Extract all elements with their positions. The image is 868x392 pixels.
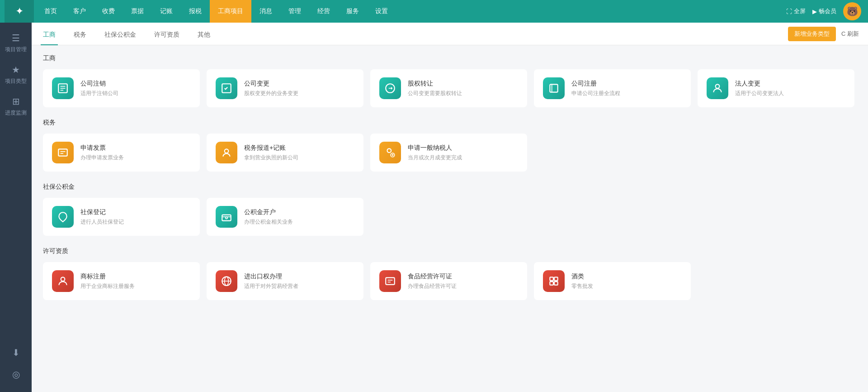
food-license-desc: 办理食品经营许可证	[408, 282, 518, 290]
apply-taxpayer-desc: 当月或次月成变更完成	[408, 154, 518, 162]
company-register-icon	[543, 77, 565, 99]
equity-transfer-icon	[379, 77, 401, 99]
social-insurance-title: 社保登记	[80, 208, 191, 216]
svg-point-18	[61, 277, 65, 281]
equity-transfer-desc: 公司变更需要股权转让	[408, 90, 518, 97]
company-register-title: 公司注册	[571, 80, 682, 88]
add-business-type-button[interactable]: 新增业务类型	[788, 27, 836, 41]
tab-gongshang[interactable]: 工商	[41, 31, 58, 45]
sidebar-item-project-manage[interactable]: ☰ 项目管理	[0, 27, 32, 59]
user-avatar[interactable]: 🐻	[843, 2, 861, 20]
card-legal-change[interactable]: 法人变更 适用于公司变更法人	[698, 69, 854, 107]
settings-icon: ◎	[12, 369, 20, 380]
company-cancel-desc: 适用于注销公司	[80, 90, 191, 97]
trademark-info: 商标注册 用于企业商标注册服务	[80, 272, 191, 290]
nav-ticket[interactable]: 票据	[123, 0, 152, 23]
tax-bookkeep-info: 税务报道+记账 拿到营业执照的新公司	[244, 144, 354, 162]
project-manage-icon: ☰	[12, 33, 20, 43]
content-area: 工商 税务 社保公积金 许可资质 其他 新增业务类型 C 刷新 工商	[32, 23, 868, 392]
apply-invoice-desc: 办理申请发票业务	[80, 154, 191, 162]
apply-invoice-info: 申请发票 办理申请发票业务	[80, 144, 191, 162]
legal-change-info: 法人变更 适用于公司变更法人	[735, 80, 845, 97]
tab-bar: 工商 税务 社保公积金 许可资质 其他 新增业务类型 C 刷新	[32, 23, 868, 45]
card-housing-fund[interactable]: 公积金开户 办理公积金相关业务	[207, 198, 363, 236]
card-equity-transfer[interactable]: 股权转让 公司变更需要股权转让	[370, 69, 527, 107]
card-social-insurance[interactable]: 社保登记 进行人员社保登记	[43, 198, 200, 236]
legal-change-desc: 适用于公司变更法人	[735, 90, 845, 97]
nav-settings[interactable]: 设置	[367, 0, 396, 23]
nav-bookkeep[interactable]: 记账	[152, 0, 181, 23]
import-export-info: 进出口权办理 适用于对外贸易经营者	[244, 272, 354, 290]
nav-service[interactable]: 服务	[338, 0, 367, 23]
import-export-icon	[216, 270, 237, 292]
svg-point-12	[225, 149, 229, 153]
company-change-desc: 股权变更外的业务变更	[244, 90, 354, 97]
refresh-button[interactable]: C 刷新	[841, 30, 859, 38]
social-insurance-icon	[52, 206, 74, 228]
apply-taxpayer-icon	[379, 142, 401, 163]
card-company-change[interactable]: 公司变更 股权变更外的业务变更	[207, 69, 363, 107]
equity-transfer-title: 股权转让	[408, 80, 518, 88]
tab-shuiwu[interactable]: 税务	[71, 31, 89, 45]
tab-xuke[interactable]: 许可资质	[152, 31, 182, 45]
company-register-info: 公司注册 申请公司注册全流程	[571, 80, 682, 97]
svg-rect-26	[554, 277, 558, 281]
card-food-license[interactable]: 食品经营许可证 办理食品经营许可证	[370, 262, 527, 300]
legal-change-icon	[707, 77, 728, 99]
housing-fund-info: 公积金开户 办理公积金相关业务	[244, 208, 354, 226]
logo: ✦	[5, 0, 34, 23]
tab-shebao[interactable]: 社保公积金	[102, 31, 138, 45]
nav-business[interactable]: 工商项目	[210, 0, 251, 23]
nav-tax[interactable]: 报税	[181, 0, 210, 23]
nav-fee[interactable]: 收费	[94, 0, 123, 23]
nav-message[interactable]: 消息	[251, 0, 280, 23]
alcohol-icon	[543, 270, 565, 292]
card-import-export[interactable]: 进出口权办理 适用于对外贸易经营者	[207, 262, 363, 300]
card-alcohol[interactable]: 酒类 零售批发	[534, 262, 691, 300]
sidebar-settings[interactable]: ◎	[0, 363, 32, 385]
vip-label: 畅会员	[819, 7, 836, 15]
card-company-cancel[interactable]: 公司注销 适用于注销公司	[43, 69, 200, 107]
xuke-cards: 商标注册 用于企业商标注册服务 进出口权办理 适用于对外贸易经营者	[43, 262, 857, 300]
trademark-desc: 用于企业商标注册服务	[80, 282, 191, 290]
svg-point-13	[387, 148, 392, 153]
svg-rect-22	[386, 277, 395, 284]
svg-point-8	[716, 84, 720, 88]
card-apply-invoice[interactable]: 申请发票 办理申请发票业务	[43, 134, 200, 172]
svg-rect-6	[550, 84, 557, 92]
vip-button[interactable]: ▶ 畅会员	[812, 7, 836, 15]
shebao-section-title: 社保公积金	[43, 183, 857, 191]
nav-operation[interactable]: 经营	[309, 0, 338, 23]
sidebar-item-project-type[interactable]: ★ 项目类型	[0, 59, 32, 91]
nav-customer[interactable]: 客户	[65, 0, 94, 23]
company-change-icon	[216, 77, 237, 99]
alcohol-title: 酒类	[571, 272, 682, 281]
nav-home[interactable]: 首页	[36, 0, 65, 23]
main-layout: ☰ 项目管理 ★ 项目类型 ⊞ 进度监测 ⬇ ◎ 工商 税务 社保公积金	[0, 23, 868, 392]
sidebar-item-progress[interactable]: ⊞ 进度监测	[0, 91, 32, 122]
company-cancel-title: 公司注销	[80, 80, 191, 88]
card-tax-bookkeep[interactable]: 税务报道+记账 拿到营业执照的新公司	[207, 134, 363, 172]
card-trademark[interactable]: 商标注册 用于企业商标注册服务	[43, 262, 200, 300]
xuke-section-title: 许可资质	[43, 247, 857, 255]
social-insurance-desc: 进行人员社保登记	[80, 218, 191, 226]
shebao-cards: 社保登记 进行人员社保登记 公积金开户 办理公积金相关业务	[43, 198, 857, 236]
nav-manage[interactable]: 管理	[280, 0, 309, 23]
fullscreen-button[interactable]: ⛶ 全屏	[786, 7, 806, 15]
alcohol-desc: 零售批发	[571, 282, 682, 290]
apply-taxpayer-info: 申请一般纳税人 当月或次月成变更完成	[408, 144, 518, 162]
card-company-register[interactable]: 公司注册 申请公司注册全流程	[534, 69, 691, 107]
tax-bookkeep-title: 税务报道+记账	[244, 144, 354, 152]
sidebar-bottom: ⬇ ◎	[0, 342, 32, 392]
svg-rect-28	[554, 282, 558, 285]
sidebar-progress-label: 进度监测	[5, 109, 27, 117]
sidebar-download[interactable]: ⬇	[0, 342, 32, 363]
social-insurance-info: 社保登记 进行人员社保登记	[80, 208, 191, 226]
company-cancel-info: 公司注销 适用于注销公司	[80, 80, 191, 97]
top-navigation: ✦ 首页 客户 收费 票据 记账 报税 工商项目 消息 管理 经营 服务 设置 …	[0, 0, 868, 23]
company-change-title: 公司变更	[244, 80, 354, 88]
tab-other[interactable]: 其他	[195, 31, 212, 45]
tabs: 工商 税务 社保公积金 许可资质 其他	[41, 23, 212, 45]
logo-icon: ✦	[15, 5, 24, 17]
card-apply-taxpayer[interactable]: 申请一般纳税人 当月或次月成变更完成	[370, 134, 527, 172]
